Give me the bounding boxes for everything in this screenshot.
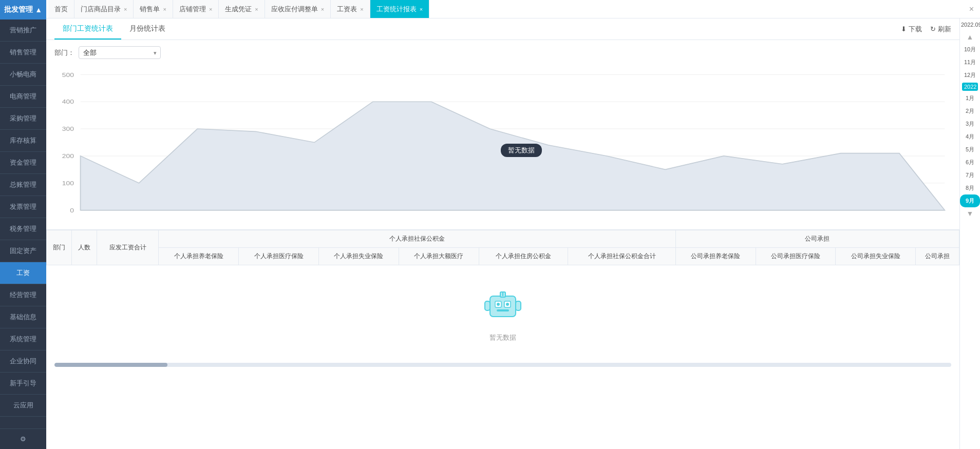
sidebar-item-fpgl[interactable]: 发票管理 [0,196,46,218]
empty-text: 暂无数据 [489,333,516,342]
chart-area: 500 400 300 200 100 0 [46,65,959,229]
close-all-tabs[interactable]: × [965,5,978,14]
right-panel-down-btn[interactable]: ▼ [960,207,980,220]
empty-state: 暂无数据 [46,265,959,363]
sidebar-item-yyyong[interactable]: 云应用 [0,395,46,417]
svg-rect-12 [490,296,516,317]
tab-sales[interactable]: 销售单 × [134,0,173,18]
sidebar: 批发管理 ▲ 营销推广 销售管理 小畅电商 电商管理 采购管理 库存核算 资金管… [0,0,46,449]
sidebar-item-xsgl[interactable]: 销售管理 [0,42,46,64]
month-1-label[interactable]: 1月 [960,92,980,105]
svg-point-16 [506,303,509,306]
th-dept: 部门 [47,230,72,265]
right-panel-content: 2022.09 ▲ 10月 11月 12月 2022 1月 2月 3月 4月 5… [960,18,980,220]
right-panel: 2022.09 ▲ 10月 11月 12月 2022 1月 2月 3月 4月 5… [959,18,980,449]
tab-close-ap-adj[interactable]: × [321,6,324,12]
sidebar-item-xsyd[interactable]: 新手引导 [0,373,46,395]
sidebar-item-qyxt[interactable]: 企业协同 [0,350,46,373]
svg-point-15 [497,303,500,306]
chart-svg: 500 400 300 200 100 0 [54,71,951,223]
tab-home[interactable]: 首页 [48,0,74,18]
month-10-label[interactable]: 10月 [960,43,980,56]
svg-text:400: 400 [62,99,74,106]
h-scrollbar-thumb[interactable] [54,363,167,367]
dept-select[interactable]: 全部 [79,46,161,59]
th-count: 人数 [71,230,97,265]
month-8-label[interactable]: 8月 [960,182,980,194]
sidebar-toggle-icon: ▲ [35,6,42,14]
sidebar-title: 批发管理 [4,5,33,14]
month-5-label[interactable]: 5月 [960,143,980,156]
month-9-label[interactable]: 9月 [960,194,980,207]
table-container: 部门 人数 应发工资合计 个人承担社保公积金 公司承担 个人承担养老保险 个人承… [46,229,959,449]
month-4-label[interactable]: 4月 [960,130,980,143]
right-panel-up-btn[interactable]: ▲ [960,31,980,43]
svg-text:500: 500 [62,71,74,78]
refresh-button[interactable]: ↻ 刷新 [930,25,951,34]
tab-close-payroll[interactable]: × [360,6,363,12]
sidebar-item-zjgl[interactable]: 资金管理 [0,152,46,174]
th-p-unemployment: 个人承担失业保险 [318,248,399,265]
tab-close-store-catalog[interactable]: × [124,6,127,12]
month-2-label[interactable]: 2月 [960,105,980,118]
download-icon: ⬇ [901,25,907,33]
th-c-pension: 公司承担养老保险 [675,248,756,265]
tab-store-mgmt[interactable]: 店铺管理 × [173,0,219,18]
sub-tab-dept[interactable]: 部门工资统计表 [54,19,121,40]
data-table: 部门 人数 应发工资合计 个人承担社保公积金 公司承担 个人承担养老保险 个人承… [46,230,959,265]
tab-close-payroll-report[interactable]: × [420,6,423,12]
th-p-total: 个人承担社保公积金合计 [568,248,675,265]
year-2022-label[interactable]: 2022.09 [960,18,980,31]
svg-text:200: 200 [62,152,74,160]
tab-close-store-mgmt[interactable]: × [209,6,212,12]
tab-ap-adj[interactable]: 应收应付调整单 × [265,0,331,18]
sub-tab-month[interactable]: 月份统计表 [121,19,174,40]
svg-text:100: 100 [62,180,74,187]
month-3-label[interactable]: 3月 [960,118,980,130]
sidebar-item-jygl[interactable]: 经营管理 [0,284,46,306]
th-p-medical: 个人承担医疗保险 [239,248,319,265]
month-7-label[interactable]: 7月 [960,169,980,182]
th-p-major-medical: 个人承担大额医疗 [399,248,479,265]
sidebar-item-gdzchan[interactable]: 固定资产 [0,240,46,262]
refresh-icon: ↻ [930,25,936,33]
sidebar-item-kchsuan[interactable]: 库存核算 [0,130,46,152]
sidebar-footer[interactable]: ⚙ [0,428,46,449]
th-p-housing: 个人承担住房公积金 [479,248,568,265]
sidebar-item-yxtt[interactable]: 营销推广 [0,19,46,42]
tab-store-catalog[interactable]: 门店商品目录 × [74,0,134,18]
sidebar-item-cggl[interactable]: 采购管理 [0,108,46,130]
svg-rect-21 [516,301,521,310]
filter-bar: 部门： 全部 [46,40,959,65]
sidebar-item-gongzi[interactable]: 工资 [0,262,46,284]
svg-rect-20 [485,301,490,310]
month-11-label[interactable]: 11月 [960,56,980,69]
sidebar-item-zzgl[interactable]: 总账管理 [0,174,46,196]
h-scrollbar[interactable] [54,363,951,367]
tab-payroll[interactable]: 工资表 × [331,0,370,18]
download-button[interactable]: ⬇ 下载 [901,25,922,34]
month-6-label[interactable]: 6月 [960,156,980,169]
sidebar-item-swgl[interactable]: 税务管理 [0,218,46,240]
year-badge-2022[interactable]: 2022 [962,83,978,91]
th-c-unemployment: 公司承担失业保险 [836,248,916,265]
tab-close-voucher[interactable]: × [255,6,258,12]
th-c-other: 公司承担 [916,248,959,265]
tab-voucher[interactable]: 生成凭证 × [219,0,265,18]
sidebar-item-dsgll[interactable]: 电商管理 [0,86,46,108]
sidebar-item-xtgl[interactable]: 系统管理 [0,328,46,350]
month-12-label[interactable]: 12月 [960,69,980,82]
tab-close-sales[interactable]: × [163,6,166,12]
sidebar-item-xcdsh[interactable]: 小畅电商 [0,64,46,86]
th-c-medical: 公司承担医疗保险 [756,248,836,265]
th-p-pension: 个人承担养老保险 [159,248,239,265]
tab-payroll-report[interactable]: 工资统计报表 × [370,0,429,18]
sidebar-item-jcxx[interactable]: 基础信息 [0,306,46,328]
tab-bar: 首页 门店商品目录 × 销售单 × 店铺管理 × 生成凭证 × 应收应付调整单 … [46,0,980,18]
dept-select-wrapper: 全部 [79,46,161,59]
svg-text:300: 300 [62,125,74,132]
empty-icon [482,286,523,327]
sub-tab-bar: 部门工资统计表 月份统计表 ⬇ 下载 ↻ 刷新 [46,18,959,40]
toolbar: ⬇ 下载 ↻ 刷新 [901,25,951,34]
sidebar-header[interactable]: 批发管理 ▲ [0,0,46,19]
